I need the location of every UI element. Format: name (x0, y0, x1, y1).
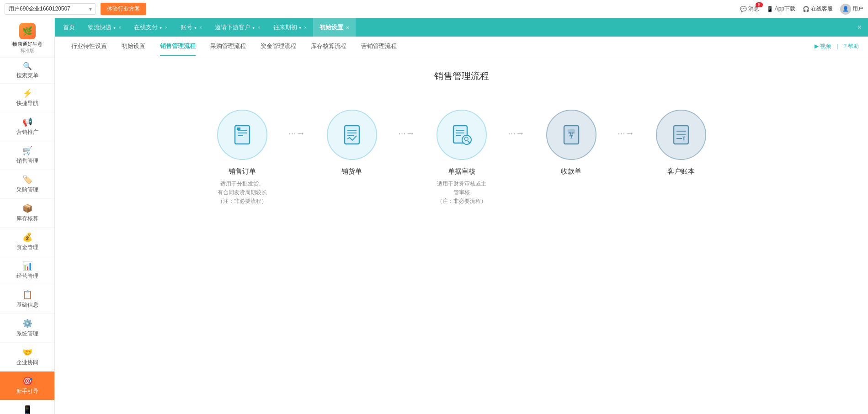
top-header: 用户690企业1660120507 ▾ 体验行业方案 💬 消息 6 📱 App下… (0, 0, 868, 18)
sidebar-item-system-mgmt-label: 系统管理 (16, 330, 38, 338)
tab-initial-setup-close[interactable]: × (346, 25, 349, 30)
sub-tab-purchase-flow[interactable]: 采购管理流程 (203, 37, 253, 56)
svg-rect-4 (237, 127, 240, 130)
tab-account[interactable]: 账号 ▾ × (174, 18, 208, 37)
sidebar-item-app-center[interactable]: 📱 应用中心 (0, 400, 54, 414)
sidebar-item-new-guide-label: 新手引导 (16, 387, 38, 395)
arrow-1: ···→ (283, 110, 311, 138)
receipt-name: 收款单 (561, 167, 581, 176)
help-link[interactable]: ? 帮助 (843, 42, 859, 50)
sidebar-item-basic-info[interactable]: 📋 基础信息 (0, 285, 54, 314)
video-label: 视频 (820, 42, 831, 50)
sales-order-circle (217, 110, 267, 160)
user-select[interactable]: 用户690企业1660120507 ▾ (5, 3, 96, 15)
sub-tab-industry-feature[interactable]: 行业特性设置 (64, 37, 114, 56)
sidebar-logo: 🌿 畅康通好生意 标准版 (0, 18, 54, 58)
process-step-receipt[interactable]: ¥ 收款单 (530, 110, 612, 180)
sidebar-item-system-mgmt[interactable]: ⚙️ 系统管理 (0, 314, 54, 343)
tab-invite-downstream-arrow: ▾ (252, 25, 255, 30)
customer-ledger-name: 客户账本 (667, 167, 695, 176)
sidebar-item-new-guide[interactable]: 🎯 新手引导 (0, 372, 54, 400)
sidebar-item-search[interactable]: 🔍 搜索菜单 (0, 58, 54, 84)
sub-tab-fund-flow[interactable]: 资金管理流程 (253, 37, 304, 56)
sidebar-item-basic-info-label: 基础信息 (16, 301, 38, 309)
arrow-3: ···→ (503, 110, 530, 138)
sub-tab-initial-setup[interactable]: 初始设置 (114, 37, 153, 56)
tab-invite-downstream-close[interactable]: × (257, 25, 260, 30)
customer-ledger-circle: ¥ (656, 110, 706, 160)
tab-logistics[interactable]: 物流快递 ▾ × (81, 18, 128, 37)
doc-audit-name: 单据审核 (448, 167, 475, 176)
tab-logistics-close[interactable]: × (118, 25, 121, 30)
fund-mgmt-icon: 💰 (22, 232, 32, 242)
sub-tab-camp-flow[interactable]: 营销管理流程 (354, 37, 404, 56)
sidebar-item-search-label: 搜索菜单 (16, 72, 38, 80)
purchase-mgmt-icon: 🏷️ (22, 175, 32, 185)
tab-account-arrow: ▾ (194, 25, 197, 30)
service-icon: 🎧 (803, 6, 809, 12)
process-step-sales-order[interactable]: 销售订单 适用于分批发货、有合同发货周期较长（注：非必要流程） (201, 110, 283, 206)
customer-ledger-icon: ¥ (669, 123, 693, 147)
tab-initial-setup[interactable]: 初始设置 × (313, 18, 355, 37)
tab-home[interactable]: 首页 (57, 18, 81, 37)
tab-period-initial[interactable]: 往来期初 ▾ × (267, 18, 313, 37)
trial-btn[interactable]: 体验行业方案 (101, 3, 146, 15)
sidebar-item-enterprise-coop[interactable]: 🤝 企业协同 (0, 343, 54, 372)
sub-tab-stock-flow[interactable]: 库存核算流程 (304, 37, 354, 56)
tab-online-pay[interactable]: 在线支付 ▾ × (128, 18, 174, 37)
tab-account-close[interactable]: × (199, 25, 202, 30)
video-icon: ▶ (815, 43, 819, 49)
enterprise-coop-icon: 🤝 (22, 347, 32, 357)
app-download-action[interactable]: 📱 App下载 (767, 5, 795, 13)
tab-logistics-arrow: ▾ (113, 25, 116, 30)
sidebar-item-fund-mgmt[interactable]: 💰 资金管理 (0, 228, 54, 256)
sidebar-item-sales-mgmt[interactable]: 🛒 销售管理 (0, 141, 54, 170)
nav-tabs: 首页 物流快递 ▾ × 在线支付 ▾ × 账号 ▾ × 邀请下游客户 ▾ × (55, 18, 868, 37)
sidebar-item-sales-mgmt-label: 销售管理 (16, 157, 38, 165)
logo-subtext: 标准版 (21, 48, 34, 54)
quick-nav-icon: ⚡ (22, 88, 32, 98)
service-label: 在线客服 (811, 5, 833, 13)
sidebar-item-purchase-mgmt[interactable]: 🏷️ 采购管理 (0, 170, 54, 199)
app-label: App下载 (775, 5, 795, 13)
tab-period-initial-close[interactable]: × (304, 25, 307, 30)
sidebar-item-marketing-promote[interactable]: 📢 营销推广 (0, 112, 54, 141)
sidebar-item-operation-mgmt[interactable]: 📊 经营管理 (0, 256, 54, 285)
sales-invoice-circle (327, 110, 377, 160)
layout: 🌿 畅康通好生意 标准版 🔍 搜索菜单 ⚡ 快捷导航 📢 营销推广 🛒 销售管理… (0, 18, 868, 414)
process-step-doc-audit[interactable]: 单据审核 适用于财务审核或主管审核（注：非必要流程） (421, 110, 503, 206)
arrow-2: ···→ (393, 110, 421, 138)
content: 行业特性设置 初始设置 销售管理流程 采购管理流程 资金管理流程 库存核算流程 (55, 37, 868, 414)
sidebar-item-quick-nav[interactable]: ⚡ 快捷导航 (0, 84, 54, 112)
close-all-tabs-btn[interactable]: × (853, 23, 866, 32)
system-mgmt-icon: ⚙️ (22, 318, 32, 329)
user-action[interactable]: 👤 用户 (840, 4, 863, 15)
new-guide-icon: 🎯 (22, 376, 32, 386)
app-center-icon: 📱 (22, 405, 32, 414)
process-step-sales-invoice[interactable]: 销货单 (311, 110, 393, 180)
msg-action[interactable]: 💬 消息 6 (740, 5, 759, 13)
svg-rect-18 (568, 129, 575, 134)
basic-info-icon: 📋 (22, 290, 32, 300)
msg-icon: 💬 (740, 6, 747, 12)
logo-text: 畅康通好生意 (12, 41, 43, 48)
video-link[interactable]: ▶ 视频 (815, 42, 831, 50)
sales-order-desc: 适用于分批发货、有合同发货周期较长（注：非必要流程） (218, 180, 267, 206)
sales-invoice-icon (340, 123, 364, 147)
help-icon: ? (843, 43, 847, 49)
sidebar-item-stock-calc[interactable]: 📦 库存核算 (0, 199, 54, 228)
process-flow: 销售订单 适用于分批发货、有合同发货周期较长（注：非必要流程） ···→ (73, 110, 850, 206)
tab-online-pay-close[interactable]: × (165, 25, 167, 30)
receipt-circle: ¥ (546, 110, 596, 160)
tab-invite-downstream[interactable]: 邀请下游客户 ▾ × (208, 18, 266, 37)
doc-audit-icon (450, 123, 474, 147)
process-step-customer-ledger[interactable]: ¥ 客户账本 (640, 110, 722, 180)
dropdown-arrow-icon: ▾ (89, 6, 92, 12)
sales-mgmt-icon: 🛒 (22, 146, 32, 156)
sub-tab-sales-flow[interactable]: 销售管理流程 (153, 37, 203, 56)
process-title: 销售管理流程 (73, 70, 850, 82)
svg-text:¥: ¥ (682, 135, 685, 142)
sidebar-item-enterprise-coop-label: 企业协同 (16, 359, 38, 366)
service-action[interactable]: 🎧 在线客服 (803, 5, 833, 13)
sidebar-item-marketing-promote-label: 营销推广 (16, 128, 38, 136)
